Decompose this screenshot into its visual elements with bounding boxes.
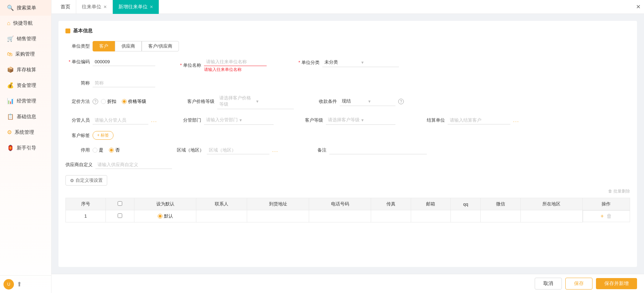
row-region: [520, 210, 582, 222]
sidebar-item-operations[interactable]: 📊 经营管理: [0, 93, 51, 109]
col-region: 所在地区: [520, 198, 582, 210]
batch-delete-btn[interactable]: 🗑 批量删除: [65, 188, 630, 194]
cancel-button[interactable]: 取消: [535, 278, 562, 290]
disable-no-radio[interactable]: 否: [109, 147, 120, 153]
tabbar-close-all[interactable]: ✕: [636, 3, 641, 10]
customer-tag-label: 客户标签: [65, 132, 90, 139]
payment-terms-label: 收款条件: [313, 98, 337, 105]
unit-category-select[interactable]: 未分类 ▾: [322, 58, 399, 67]
radio-level-circle: [122, 99, 127, 104]
pricing-help-icon[interactable]: ?: [93, 99, 98, 104]
unit-btn-supplier[interactable]: 供应商: [115, 41, 142, 51]
manager-row: 分管人员 ... 分管部门 请输入分管部门 ▾ 客户等级 请选择客户等级 ▾: [65, 115, 630, 125]
save-button[interactable]: 保存: [565, 278, 592, 290]
unit-type-label: 单位类型: [65, 43, 90, 49]
chevron-down-icon: ▾: [361, 60, 397, 65]
tab-home-label: 首页: [61, 4, 70, 10]
section-title: 基本信息: [73, 28, 93, 34]
sidebar-item-quicknav[interactable]: ⌂ 快捷导航: [0, 16, 51, 31]
sales-icon: 🛒: [7, 35, 14, 42]
short-name-label: 简称: [65, 80, 90, 86]
tab-new-partner-label: 新增往来单位: [118, 4, 148, 10]
contacts-table: 序号 设为默认 联系人 到货地址 电话号码 传真 邮箱 qq 微信 所在地区 操…: [65, 198, 630, 222]
region-ellipsis[interactable]: ...: [272, 147, 278, 153]
dept-select[interactable]: 请输入分管部门 ▾: [204, 115, 274, 125]
supplier-custom-input[interactable]: [95, 161, 172, 169]
manager-label: 分管人员: [65, 117, 90, 123]
tab-partners-close[interactable]: ✕: [103, 5, 107, 9]
custom-settings-label: 自定义项设置: [76, 177, 103, 184]
unit-btn-customer[interactable]: 客户: [93, 41, 115, 51]
save-new-button[interactable]: 保存并新增: [596, 278, 637, 289]
finance-icon: 💰: [7, 82, 14, 89]
sidebar-item-sales[interactable]: 🛒 销售管理: [0, 31, 51, 47]
remark-input[interactable]: [329, 146, 427, 154]
customer-tag-row: 客户标签 + 标签: [65, 131, 630, 140]
sidebar-item-basic[interactable]: 📋 基础信息: [0, 109, 51, 124]
sidebar-item-finance[interactable]: 💰 资金管理: [0, 78, 51, 93]
sidebar-item-search[interactable]: 🔍 搜索菜单: [0, 0, 51, 16]
disable-yes-radio[interactable]: 是: [93, 147, 103, 153]
sidebar-item-system[interactable]: ⚙ 系统管理: [0, 124, 51, 140]
tab-new-partner[interactable]: 新增往来单位 ✕: [113, 0, 159, 14]
tab-home[interactable]: 首页: [55, 0, 76, 14]
row-wechat: [481, 210, 521, 222]
customer-price-level-select[interactable]: 请选择客户价格等级 ▾: [217, 93, 294, 109]
table-header-row: 序号 设为默认 联系人 到货地址 电话号码 传真 邮箱 qq 微信 所在地区 操…: [66, 198, 630, 210]
payment-help-icon[interactable]: ?: [398, 99, 404, 104]
manager-input[interactable]: [93, 116, 148, 124]
select-all-checkbox[interactable]: [118, 201, 122, 206]
add-tag-button[interactable]: + 标签: [93, 131, 113, 140]
system-icon: ⚙: [7, 129, 12, 136]
payment-terms-value: 现结: [342, 98, 367, 104]
sidebar-item-purchase[interactable]: 🛍 采购管理: [0, 47, 51, 62]
row-phone: [309, 210, 371, 222]
unit-name-error: 请输入往来单位名称: [204, 67, 267, 73]
pricing-radio-group: 折扣 价格等级: [101, 98, 146, 105]
default-radio[interactable]: [158, 214, 163, 219]
row-contact: [196, 210, 247, 222]
unit-category-value: 未分类: [324, 59, 360, 65]
add-row-icon[interactable]: +: [600, 213, 604, 219]
sidebar-expand-icon[interactable]: ⬆: [17, 280, 22, 288]
tab-partners-label: 往来单位: [82, 4, 101, 10]
custom-settings-button[interactable]: ⚙ 自定义项设置: [65, 175, 107, 186]
pricing-radio-discount[interactable]: 折扣: [101, 98, 116, 105]
row-default[interactable]: 默认: [134, 210, 196, 222]
row-checkbox[interactable]: [105, 210, 134, 222]
manager-ellipsis[interactable]: ...: [151, 117, 157, 123]
settlement-unit-input[interactable]: [448, 116, 510, 124]
pricing-method-label: 定价方法: [65, 98, 90, 105]
bottom-toolbar: 取消 保存 保存并新增: [52, 274, 644, 293]
unit-type-buttons: 客户 供应商 客户/供应商: [93, 41, 179, 51]
short-name-input[interactable]: [93, 79, 155, 87]
tab-partners[interactable]: 往来单位 ✕: [76, 0, 113, 14]
customer-level-select[interactable]: 请选择客户等级 ▾: [326, 115, 395, 125]
disable-group: 停用 是 否: [65, 147, 177, 153]
disable-yes-circle: [93, 148, 97, 153]
disable-region-row: 停用 是 否 区域（地区） ...: [65, 146, 630, 154]
chevron-down-icon5: ▾: [361, 117, 393, 123]
sidebar-item-inventory[interactable]: 📦 库存核算: [0, 62, 51, 78]
unit-btn-both[interactable]: 客户/供应商: [142, 41, 179, 51]
row-action[interactable]: + 🗑: [583, 210, 630, 222]
supplier-custom-group: 供应商自定义: [65, 161, 198, 169]
delete-row-icon[interactable]: 🗑: [606, 213, 612, 219]
manager-group: 分管人员 ...: [65, 116, 177, 124]
tab-new-partner-close[interactable]: ✕: [150, 5, 153, 9]
payment-terms-select[interactable]: 现结 ▾: [340, 97, 395, 106]
dept-label: 分管部门: [177, 117, 201, 123]
sidebar-item-guide[interactable]: 🏮 新手引导: [0, 140, 51, 156]
unit-name-label: 单位名称: [177, 62, 201, 68]
settlement-unit-ellipsis[interactable]: ...: [513, 117, 519, 123]
pricing-row: 定价方法 ? 折扣 价格等级 客户价格等级: [65, 93, 630, 109]
inventory-icon: 📦: [7, 66, 14, 73]
row-email: [411, 210, 451, 222]
unit-code-input[interactable]: [93, 58, 155, 66]
col-checkbox[interactable]: [105, 198, 134, 210]
row-no: 1: [66, 210, 106, 222]
pricing-radio-level[interactable]: 价格等级: [122, 98, 146, 105]
region-input[interactable]: [207, 146, 269, 154]
unit-name-input[interactable]: [204, 58, 267, 66]
row-checkbox-input[interactable]: [118, 213, 122, 218]
